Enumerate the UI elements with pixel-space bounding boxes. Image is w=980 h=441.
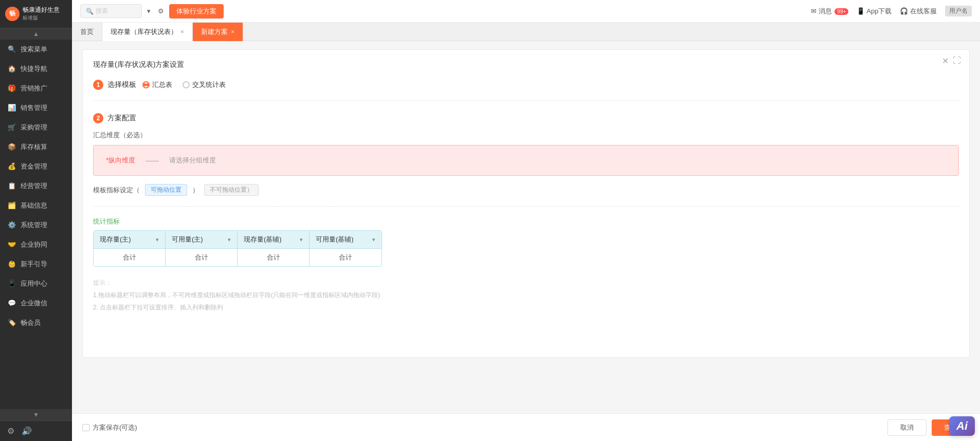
tips-item2: 2. 点击标题栏下拉可设置排序、插入列和删除列	[93, 301, 959, 314]
topbar-cta-button[interactable]: 体验行业方案	[169, 4, 224, 19]
finance-icon: 💰	[7, 162, 16, 171]
indicator-movable-badge: 可拖动位置	[145, 184, 187, 196]
app-download-link[interactable]: 📱 App下载	[857, 7, 892, 16]
stats-col-header-0[interactable]: 现存量(主) ▾	[94, 231, 166, 248]
topbar-dropdown-icon[interactable]: ▾	[147, 7, 151, 15]
sidebar-item-marketing[interactable]: 🎁 营销推广	[0, 79, 72, 98]
dimension-dash: ——	[146, 157, 159, 164]
sidebar-item-basic-info[interactable]: 🗂️ 基础信息	[0, 196, 72, 215]
stats-col-label-0: 现存量(主)	[100, 235, 131, 244]
section1-header: 1 选择模板 汇总表 交叉统计表	[93, 80, 959, 90]
topbar-search-box[interactable]: 🔍 搜索	[80, 4, 142, 18]
content-area: ✕ ⛶ 现存量(库存状况表)方案设置 1 选择模板 汇总表	[72, 41, 980, 413]
system-icon: ⚙️	[7, 220, 16, 230]
sidebar-item-finance[interactable]: 💰 资金管理	[0, 157, 72, 176]
tips-title: 提示：	[93, 279, 112, 286]
stats-col-header-1[interactable]: 可用量(主) ▾	[166, 231, 238, 248]
stats-table: 现存量(主) ▾ 可用量(主) ▾ 现存量(基辅) ▾ 可用量(基辅)	[93, 230, 382, 267]
topbar-gear-icon[interactable]: ⚙	[158, 7, 164, 15]
dimension-box[interactable]: *纵向维度 —— 请选择分组维度	[93, 145, 959, 176]
indicator-immovable-badge: 不可拖动位置）	[204, 184, 259, 196]
stats-col-header-3[interactable]: 可用量(基辅) ▾	[310, 231, 382, 248]
purchase-icon: 🛒	[7, 123, 16, 132]
sidebar-label-newbie: 新手引导	[21, 260, 47, 269]
stats-col-label-3: 可用量(基辅)	[316, 235, 354, 244]
sidebar-item-wechat[interactable]: 💬 企业微信	[0, 293, 72, 313]
indicator-separator: ）	[192, 186, 199, 195]
search-icon: 🔍	[86, 8, 94, 15]
radio-summary[interactable]: 汇总表	[142, 80, 172, 89]
section2-title: 方案配置	[107, 114, 136, 123]
bottom-bar: 方案保存(可选) 取消 查询	[72, 413, 980, 441]
save-option[interactable]: 方案保存(可选)	[82, 423, 137, 432]
sidebar: 畅 畅康通好生意 标准版 ▲ 🔍 搜索菜单 🏠 快捷导航 🎁 营销推广 📊 销售…	[0, 0, 72, 441]
sidebar-item-member[interactable]: 🏷️ 畅会员	[0, 313, 72, 333]
stats-col-header-2[interactable]: 现存量(基辅) ▾	[238, 231, 310, 248]
sidebar-item-quick-nav[interactable]: 🏠 快捷导航	[0, 59, 72, 79]
section1-title: 选择模板	[107, 80, 136, 89]
sidebar-label-apps: 应用中心	[21, 279, 47, 288]
user-info[interactable]: 用户名	[945, 6, 972, 16]
save-checkbox[interactable]	[82, 424, 89, 431]
app-name-block: 畅康通好生意 标准版	[23, 6, 60, 22]
wechat-icon: 💬	[7, 299, 16, 308]
speaker-icon[interactable]: 🔊	[22, 426, 32, 436]
col2-chevron[interactable]: ▾	[300, 236, 303, 243]
dimension-required-text: *纵向维度	[106, 156, 135, 165]
radio-summary-circle	[142, 81, 150, 88]
section-config: 2 方案配置 汇总维度（必选） *纵向维度 —— 请选择分组维度 模板指标设定（…	[93, 113, 959, 314]
sidebar-item-search-menu[interactable]: 🔍 搜索菜单	[0, 40, 72, 59]
tab-new-scheme-close[interactable]: ×	[231, 28, 234, 35]
save-option-label: 方案保存(可选)	[93, 423, 137, 432]
panel-close-button[interactable]: ✕	[942, 56, 949, 66]
cancel-button[interactable]: 取消	[887, 419, 927, 436]
tab-inventory-status-label: 现存量（库存状况表）	[111, 27, 177, 36]
col1-chevron[interactable]: ▾	[228, 236, 231, 243]
sidebar-label-system: 系统管理	[21, 220, 47, 230]
operations-icon: 📋	[7, 181, 16, 191]
sidebar-item-sales[interactable]: 📊 销售管理	[0, 98, 72, 118]
radio-cross[interactable]: 交叉统计表	[183, 80, 226, 89]
sidebar-item-purchase[interactable]: 🛒 采购管理	[0, 118, 72, 137]
sidebar-label-quick-nav: 快捷导航	[21, 64, 47, 74]
sidebar-item-operations[interactable]: 📋 经营管理	[0, 176, 72, 196]
tab-new-scheme-label: 新建方案	[201, 27, 228, 36]
stats-table-header: 现存量(主) ▾ 可用量(主) ▾ 现存量(基辅) ▾ 可用量(基辅)	[94, 231, 382, 248]
indicator-settings-label: 模板指标设定（	[93, 186, 140, 195]
sidebar-nav: 🔍 搜索菜单 🏠 快捷导航 🎁 营销推广 📊 销售管理 🛒 采购管理 📦 库存核…	[0, 40, 72, 409]
panel-controls: ✕ ⛶	[942, 56, 961, 66]
section-template: 1 选择模板 汇总表 交叉统计表	[93, 80, 959, 101]
tab-home[interactable]: 首页	[72, 23, 102, 41]
tab-new-scheme[interactable]: 新建方案 ×	[193, 23, 243, 41]
sidebar-item-enterprise[interactable]: 🤝 企业协同	[0, 235, 72, 254]
sidebar-scroll-down[interactable]: ▼	[0, 409, 72, 420]
online-service-link[interactable]: 🎧 在线客服	[900, 7, 937, 16]
app-edition: 标准版	[23, 14, 60, 22]
sidebar-scroll-up[interactable]: ▲	[0, 28, 72, 40]
tab-inventory-status-close[interactable]: ×	[180, 28, 184, 35]
newbie-icon: 👶	[7, 260, 16, 269]
settings-icon[interactable]: ⚙	[7, 426, 14, 436]
phone-icon: 📱	[857, 7, 865, 15]
sidebar-label-marketing: 营销推广	[21, 84, 47, 93]
sidebar-label-member: 畅会员	[21, 318, 41, 327]
stats-col-label-1: 可用量(主)	[172, 235, 203, 244]
panel-expand-button[interactable]: ⛶	[953, 56, 961, 66]
section1-divider	[93, 100, 959, 101]
dimension-placeholder: 请选择分组维度	[169, 156, 216, 165]
col0-chevron[interactable]: ▾	[156, 236, 159, 243]
search-text: 搜索	[96, 7, 108, 15]
sidebar-item-system[interactable]: ⚙️ 系统管理	[0, 215, 72, 235]
stats-body-col-3: 合计	[310, 249, 382, 266]
sidebar-item-inventory[interactable]: 📦 库存核算	[0, 137, 72, 157]
col3-chevron[interactable]: ▾	[372, 236, 375, 243]
section2-divider	[93, 206, 959, 207]
tab-inventory-status[interactable]: 现存量（库存状况表） ×	[102, 23, 193, 41]
sidebar-item-newbie[interactable]: 👶 新手引导	[0, 254, 72, 274]
indicator-settings: 模板指标设定（ 可拖动位置 ） 不可拖动位置）	[93, 184, 959, 196]
main-area: 🔍 搜索 ▾ ⚙ 体验行业方案 ✉ 消息 99+ 📱 App下载 🎧 在线客服 …	[72, 0, 980, 441]
message-link[interactable]: ✉ 消息 99+	[811, 7, 848, 16]
sidebar-item-apps[interactable]: 📱 应用中心	[0, 274, 72, 293]
tips-section: 提示： 1.拖动标题栏可以调整布局，不可跨维度或指标区域拖动栏目字段(只能在同一…	[93, 277, 959, 314]
ai-badge[interactable]: Ai	[949, 416, 975, 436]
